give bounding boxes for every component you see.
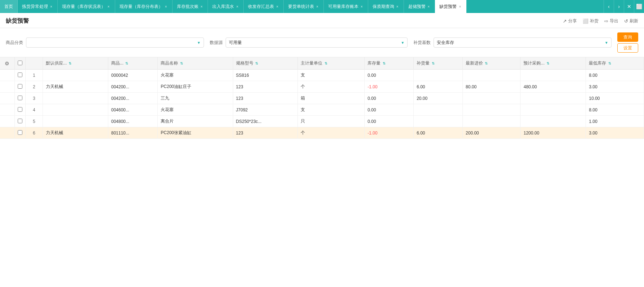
table-row: 1 0000042 火花塞 SS816 支 0.00 8.00: [0, 70, 644, 81]
row-min-stock-1: 3.00: [586, 81, 644, 93]
row-unit-5: 个: [298, 127, 365, 139]
close-tab-avail[interactable]: ×: [360, 5, 364, 9]
row-stock-4: 0.00: [365, 116, 414, 127]
row-checkbox-1[interactable]: [18, 84, 22, 89]
tab-order-stats[interactable]: 要货单统计表 ×: [284, 0, 324, 13]
row-product-code-3: 004600...: [108, 104, 157, 116]
row-num-5: 6: [25, 127, 43, 139]
datasource-filter-group: 数据源 可用量 ▼: [210, 37, 408, 48]
row-checkbox-cell[interactable]: [14, 81, 25, 93]
row-supplier-5: 力天机械: [43, 127, 108, 139]
main-table: ⚙ 默认供应... ⇅ 商品... ⇅ 商品名称: [0, 57, 644, 139]
close-tab-stock-dist[interactable]: ×: [164, 5, 168, 9]
replenish-base-select[interactable]: 安全库存 ▼: [434, 37, 612, 48]
row-checkbox-cell[interactable]: [14, 116, 25, 127]
th-gear[interactable]: ⚙: [0, 57, 14, 70]
tab-picking-exception[interactable]: 拣货异常处理 ×: [18, 0, 58, 13]
row-stock-3: 0.00: [365, 104, 414, 116]
tab-overstock[interactable]: 超储预警 ×: [404, 0, 435, 13]
tab-expiry[interactable]: 保质期查询 ×: [368, 0, 404, 13]
close-tab-order[interactable]: ×: [316, 5, 319, 9]
row-replenish-4: [414, 116, 463, 127]
filter-actions: 查询 设置: [617, 32, 638, 53]
th-unit[interactable]: 主计量单位 ⇅: [298, 57, 365, 70]
table-row: 4 004600... 火花塞 J7092 支 0.00 8.00: [0, 104, 644, 116]
th-stock[interactable]: 库存量 ⇅: [365, 57, 414, 70]
th-min-stock[interactable]: 最低库存 ⇅: [586, 57, 644, 70]
gear-settings-icon[interactable]: ⚙: [5, 61, 9, 66]
share-icon: ↗: [563, 18, 567, 24]
sort-est-icon: ⇅: [547, 61, 549, 65]
close-tab-summary[interactable]: ×: [275, 5, 279, 9]
th-spec[interactable]: 规格型号 ⇅: [233, 57, 298, 70]
tab-batch-account[interactable]: 库存批次账 ×: [173, 0, 208, 13]
tab-scroll-left[interactable]: ‹: [604, 0, 614, 13]
row-latest-price-3: [463, 104, 521, 116]
th-product-name[interactable]: 商品名称 ⇅: [158, 57, 233, 70]
tab-bar: 首页 拣货异常处理 × 现存量（库存状况表） × 现存量（库存分布表） × 库存…: [0, 0, 644, 13]
row-replenish-0: [414, 70, 463, 81]
th-latest-price[interactable]: 最新进价 ⇅: [463, 57, 521, 70]
tab-summary[interactable]: 收发存汇总表 ×: [244, 0, 284, 13]
row-unit-3: 支: [298, 104, 365, 116]
row-checkbox-cell[interactable]: [14, 104, 25, 116]
export-action[interactable]: ⇨ 导出: [604, 18, 618, 24]
row-checkbox-4[interactable]: [18, 119, 22, 123]
tab-close-all[interactable]: ✕: [624, 0, 634, 13]
row-replenish-3: [414, 104, 463, 116]
close-tab-inout[interactable]: ×: [235, 5, 239, 9]
close-tab-batch[interactable]: ×: [200, 5, 204, 9]
filter-bar: 商品分类 ▼ 数据源 可用量 ▼ 补货基数 安全库存 ▼ 查询 设置: [0, 28, 644, 57]
row-replenish-2: 20.00: [414, 93, 463, 104]
row-num-4: 5: [25, 116, 43, 127]
header-actions: ↗ 分享 ⬜ 补货 ⇨ 导出 ↺ 刷新: [563, 18, 638, 24]
tab-available-stock[interactable]: 可用量库存账本 ×: [324, 0, 368, 13]
close-tab-expiry[interactable]: ×: [396, 5, 399, 9]
replenish-action[interactable]: ⬜ 补货: [583, 18, 599, 24]
category-select[interactable]: ▼: [26, 37, 204, 48]
th-checkbox[interactable]: [14, 57, 25, 70]
share-action[interactable]: ↗ 分享: [563, 18, 577, 24]
th-supplier[interactable]: 默认供应... ⇅: [43, 57, 108, 70]
row-checkbox-cell[interactable]: [14, 70, 25, 81]
th-replenish[interactable]: 补货量 ⇅: [414, 57, 463, 70]
select-all-checkbox[interactable]: [18, 61, 22, 65]
tab-maximize[interactable]: ⬜: [634, 0, 644, 13]
tab-stock-distribution[interactable]: 现存量（库存分布表） ×: [115, 0, 173, 13]
row-checkbox-5[interactable]: [18, 130, 22, 135]
row-product-name-3: 火花塞: [158, 104, 233, 116]
tab-inout-flow[interactable]: 出入库流水 ×: [208, 0, 244, 13]
row-product-name-2: 三九: [158, 93, 233, 104]
row-checkbox-cell[interactable]: [14, 127, 25, 139]
close-tab-overstock[interactable]: ×: [427, 5, 431, 9]
row-stock-0: 0.00: [365, 70, 414, 81]
settings-button[interactable]: 设置: [617, 43, 638, 53]
th-estimated-purchase[interactable]: 预计采购... ⇅: [521, 57, 586, 70]
sort-min-icon: ⇅: [608, 61, 611, 65]
close-tab-stock-status[interactable]: ×: [107, 5, 110, 9]
close-tab-picking[interactable]: ×: [49, 5, 53, 9]
close-tab-shortage[interactable]: ×: [458, 5, 462, 9]
query-button[interactable]: 查询: [617, 32, 638, 42]
row-estimated-purchase-3: [521, 104, 586, 116]
th-product-code[interactable]: 商品... ⇅: [108, 57, 157, 70]
row-checkbox-2[interactable]: [18, 96, 22, 100]
tab-shortage[interactable]: 缺货预警 ×: [435, 0, 466, 13]
tab-stock-status[interactable]: 现存量（库存状况表） ×: [58, 0, 115, 13]
row-product-name-4: 离合片: [158, 116, 233, 127]
row-gear-cell: [0, 116, 14, 127]
row-checkbox-3[interactable]: [18, 107, 22, 112]
tab-home[interactable]: 首页: [0, 0, 18, 13]
datasource-value: 可用量: [229, 40, 242, 46]
row-product-code-2: 004200...: [108, 93, 157, 104]
refresh-action[interactable]: ↺ 刷新: [624, 18, 638, 24]
row-num-0: 1: [25, 70, 43, 81]
row-estimated-purchase-2: [521, 93, 586, 104]
tab-scroll-right[interactable]: ›: [614, 0, 624, 13]
row-checkbox-0[interactable]: [18, 72, 22, 77]
sort-name-icon: ⇅: [180, 61, 183, 65]
datasource-select[interactable]: 可用量 ▼: [226, 37, 408, 48]
row-stock-5: -1.00: [365, 127, 414, 139]
row-checkbox-cell[interactable]: [14, 93, 25, 104]
row-gear-cell: [0, 70, 14, 81]
